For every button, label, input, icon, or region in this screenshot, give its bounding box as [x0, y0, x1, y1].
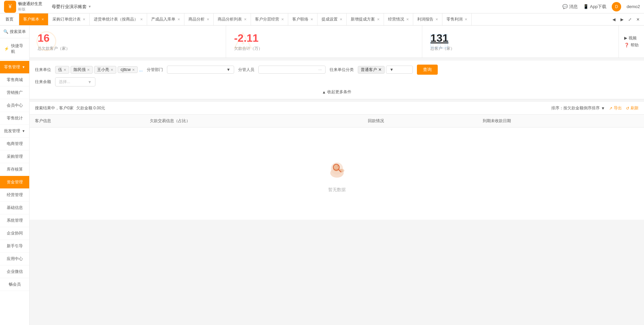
- nav-label: 快捷导航: [11, 43, 25, 55]
- chevron-down-icon: ▼: [390, 67, 394, 72]
- tab-product-list[interactable]: 商品分析列表 ✕: [214, 13, 251, 26]
- tab-product-inbound[interactable]: 产成品入库单 ✕: [147, 13, 184, 26]
- stat-label-debt: 欠款合计（万）: [234, 46, 414, 51]
- tab-close-icon[interactable]: ✕: [140, 17, 143, 21]
- classify-select[interactable]: ▼: [386, 66, 413, 74]
- tab-close-icon[interactable]: ✕: [83, 17, 85, 21]
- tab-customer-ledger[interactable]: 客户账本 ✕: [19, 13, 48, 26]
- tab-close-icon[interactable]: ✕: [244, 17, 247, 21]
- sidebar-item-marketing[interactable]: 营销推广: [0, 86, 29, 99]
- tab-close-icon[interactable]: ✕: [465, 17, 467, 21]
- tab-close-icon[interactable]: ✕: [377, 17, 380, 21]
- col-due-date: 到期未收款日期: [477, 115, 644, 128]
- message-button[interactable]: 💬 消息: [562, 4, 578, 10]
- export-button[interactable]: ↗ 导出: [609, 105, 622, 111]
- tab-profit-report[interactable]: 利润报告 ✕: [413, 13, 442, 26]
- tab-close-all-button[interactable]: ✕: [635, 16, 641, 23]
- tab-customer-layer[interactable]: 客户分层经营 ✕: [251, 13, 288, 26]
- tab-close-icon[interactable]: ✕: [340, 17, 342, 21]
- sidebar-item-enterprise[interactable]: 企业协同: [0, 227, 29, 240]
- sidebar-item-ecommerce[interactable]: 电商管理: [0, 138, 29, 150]
- tab-customer-contact[interactable]: 客户联络 ✕: [288, 13, 317, 26]
- stat-total-customers: ¥ 16 总欠款客户（家）: [30, 26, 226, 58]
- search-label: 搜索菜单: [10, 29, 26, 34]
- tag-text: cjttcw: [121, 67, 131, 72]
- col-debt-info: 欠款交易信息（占比）: [144, 115, 363, 128]
- sidebar-item-operations[interactable]: 经营管理: [0, 189, 29, 202]
- sidebar-search[interactable]: 🔍 搜索菜单: [0, 26, 29, 38]
- sort-icon: ▼: [601, 106, 605, 111]
- tab-home[interactable]: 首页: [0, 13, 19, 26]
- unit-filter-label: 往来单位: [35, 67, 51, 73]
- tag-close-icon[interactable]: ✕: [87, 68, 90, 72]
- stats-bar: ¥ 16 总欠款客户（家） ✦ -2.11 欠款合计（万） 131 总客户（家）: [30, 26, 644, 58]
- refresh-button[interactable]: ↺ 刷新: [626, 105, 639, 111]
- sidebar-item-newbie[interactable]: 新手引导: [0, 240, 29, 253]
- classify-label: 往来单位分类: [330, 67, 354, 73]
- sidebar-item-member-center[interactable]: 会员中心: [0, 99, 29, 112]
- tab-close-icon[interactable]: ✕: [41, 17, 44, 21]
- tab-prev-button[interactable]: ◀: [610, 16, 617, 23]
- collapse-label: 收起更多条件: [327, 89, 351, 95]
- video-button[interactable]: ▶ 视频: [624, 35, 639, 41]
- sort-select[interactable]: 排序：按欠款金额倒序排序 ▼: [551, 105, 605, 111]
- tab-expand-button[interactable]: ⤢: [627, 16, 633, 23]
- dept-filter-select[interactable]: ▼: [167, 66, 234, 74]
- account-select[interactable]: 母婴行业演示账套 ▼: [52, 4, 91, 10]
- sidebar-item-vip[interactable]: 畅会员: [0, 278, 29, 291]
- tab-close-icon[interactable]: ✕: [207, 17, 209, 21]
- sidebar-item-retail-mall[interactable]: 零售商城: [0, 74, 29, 86]
- unit-more-button[interactable]: ...: [139, 67, 143, 72]
- tag-close-icon[interactable]: ✕: [132, 68, 135, 72]
- chevron-icon: ▼: [22, 129, 25, 133]
- tab-label: 产成品入库单: [151, 16, 175, 22]
- avatar[interactable]: D: [612, 2, 621, 11]
- tab-operations[interactable]: 经营情况 ✕: [384, 13, 413, 26]
- tag-close-icon[interactable]: ✕: [63, 68, 66, 72]
- content-area: ¥ 16 总欠款客户（家） ✦ -2.11 欠款合计（万） 131 总客户（家）: [30, 26, 644, 325]
- stat-value-debt: -2.11: [234, 32, 414, 44]
- tab-new-commission[interactable]: 新增提成方案 ✕: [347, 13, 384, 26]
- sidebar-item-system-mgmt[interactable]: 系统管理: [0, 214, 29, 227]
- sidebar-item-label: 会员中心: [7, 103, 23, 108]
- tab-purchase-order[interactable]: 采购订单统计表 ✕: [48, 13, 90, 26]
- tab-close-icon[interactable]: ✕: [406, 17, 409, 21]
- sidebar-item-wechat[interactable]: 企业微信: [0, 265, 29, 278]
- tab-commission-settings[interactable]: 提成设置 ✕: [317, 13, 347, 26]
- app-download-button[interactable]: 📱 App下载: [583, 4, 606, 10]
- col-customer-info: 客户信息: [30, 115, 144, 128]
- balance-input[interactable]: 选择... ▼: [55, 77, 95, 86]
- tab-product-analysis[interactable]: 商品分析 ✕: [184, 13, 214, 26]
- sidebar-item-purchase[interactable]: 采购管理: [0, 150, 29, 163]
- top-bar: ¥ 畅捷通好生意 标版 母婴行业演示账套 ▼ 💬 消息 📱 App下载 D de…: [0, 0, 644, 13]
- sidebar-item-basic-info[interactable]: 基础信息: [0, 202, 29, 214]
- logo-sub: 标版: [18, 7, 42, 12]
- tab-next-button[interactable]: ▶: [618, 16, 625, 23]
- tab-retail-profit[interactable]: 零售利润 ✕: [442, 13, 472, 26]
- tab-purchase-goods[interactable]: 进货单统计表（按商品） ✕: [90, 13, 147, 26]
- query-button[interactable]: 查询: [417, 65, 438, 75]
- sidebar-item-label: 电商管理: [7, 141, 23, 147]
- sidebar-item-finance[interactable]: 资金管理: [0, 176, 29, 189]
- person-filter-select[interactable]: ···: [258, 66, 326, 74]
- help-button[interactable]: ❓ 帮助: [624, 42, 639, 48]
- sidebar-item-app-center[interactable]: 应用中心: [0, 253, 29, 265]
- tab-label: 零售利润: [446, 16, 463, 22]
- svg-rect-6: [440, 36, 445, 48]
- tab-close-icon[interactable]: ✕: [310, 17, 313, 21]
- tag-close-icon[interactable]: ✕: [111, 68, 113, 72]
- empty-text: 暂无数据: [328, 187, 346, 193]
- tab-close-icon[interactable]: ✕: [435, 17, 438, 21]
- tag-text: 王小亮: [97, 67, 109, 73]
- collapse-button[interactable]: ▲ 收起更多条件: [35, 89, 639, 95]
- sidebar-item-inventory[interactable]: 库存核算: [0, 163, 29, 176]
- classify-tag-close-icon[interactable]: ✕: [378, 67, 382, 72]
- tab-close-icon[interactable]: ✕: [281, 17, 284, 21]
- unit-filter-tags: 伍 ✕ 陈民强 ✕ 王小亮 ✕ cjttcw ✕ ...: [55, 66, 143, 74]
- filter-row-2: 往来余额 选择... ▼: [35, 77, 639, 86]
- tab-close-icon[interactable]: ✕: [177, 17, 180, 21]
- sidebar-item-quick-nav[interactable]: ⚡ 快捷导航: [0, 40, 29, 57]
- sidebar-item-retail-mgmt[interactable]: 零售管理 ▼: [0, 61, 29, 74]
- sidebar-item-wholesale-mgmt[interactable]: 批发管理 ▼: [0, 125, 29, 138]
- sidebar-item-retail-stats[interactable]: 零售统计: [0, 112, 29, 125]
